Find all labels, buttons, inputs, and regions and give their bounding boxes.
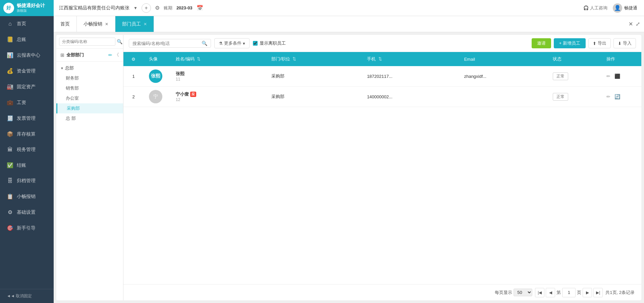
dept-item-office[interactable]: 办公室	[56, 93, 123, 103]
sidebar-item-asset[interactable]: 🏭 固定资产	[0, 79, 54, 95]
unpin-btn[interactable]: ◄◄ 取消固定	[0, 289, 54, 303]
logo-text-group: 畅捷通好会计 旗舰版	[17, 3, 45, 13]
settings-icon[interactable]: ⚙	[155, 5, 160, 11]
sidebar-item-report[interactable]: 📊 云报表中心	[0, 47, 54, 63]
dept-collapse-icon[interactable]: 《	[114, 52, 119, 58]
tab-actions: ✕ ⤢	[629, 16, 644, 32]
col-settings[interactable]: ⚙	[123, 52, 144, 66]
per-page-dropdown[interactable]: 10 20 50 100	[514, 289, 532, 296]
top-right: 🎧 人工咨询 👤 畅捷通	[583, 3, 644, 13]
row2-avatar-cell: 宁	[144, 87, 170, 107]
table-row: 1 张熙 张熙 11 采购部	[123, 66, 641, 87]
sidebar-item-inventory[interactable]: 📦 库存核算	[0, 126, 54, 142]
import-btn[interactable]: ⬇ 导入	[613, 38, 636, 48]
edit-icon[interactable]: ✏	[606, 94, 610, 99]
status-badge: 正常	[553, 93, 568, 101]
sidebar-item-archive[interactable]: 🗄 归档管理	[0, 173, 54, 189]
service-btn[interactable]: 🎧 人工咨询	[583, 5, 607, 11]
export-icon: ⬆	[593, 41, 596, 46]
tab-employee-close[interactable]: ✕	[144, 22, 147, 27]
dept-search-input[interactable]	[59, 38, 115, 46]
col-avatar: 头像	[144, 52, 170, 66]
settle-icon: ✅	[7, 162, 13, 168]
page-input[interactable]	[562, 288, 576, 297]
search-input[interactable]	[132, 41, 200, 46]
sidebar-item-guide[interactable]: 🎯 新手引导	[0, 220, 54, 236]
table-toolbar: 🔍 ⚗ 更多条件 ▾ 显示离职员工 邀请 + 新增员工	[123, 35, 641, 52]
sidebar-item-invoice[interactable]: 🧾 发票管理	[0, 110, 54, 126]
sidebar-item-fund[interactable]: 💰 资金管理	[0, 63, 54, 79]
tab-expense[interactable]: 小畅报销 ✕	[77, 16, 115, 32]
dept-search-icon[interactable]: 🔍	[117, 39, 122, 44]
next-page-btn[interactable]: ▶	[583, 288, 592, 297]
edit-icon[interactable]: ✏	[606, 73, 610, 79]
sidebar-item-home[interactable]: ⌂ 首页	[0, 16, 54, 32]
dept-item-purchase[interactable]: 采购部	[56, 103, 123, 113]
dept-edit-icon[interactable]: ✏	[108, 52, 112, 58]
search-icon[interactable]: 🔍	[202, 41, 207, 46]
prev-page-btn[interactable]: ◀	[546, 288, 555, 297]
dept-item-hq-label: 总 部	[66, 116, 76, 121]
tab-employee-label: 部门员工	[122, 21, 141, 27]
row1-actions: ✏ ⬛	[601, 66, 641, 87]
period-value: 2023-03	[176, 5, 193, 10]
sidebar-item-tax[interactable]: 🏛 税务管理	[0, 142, 54, 157]
show-resigned-label[interactable]: 显示离职员工	[253, 40, 286, 46]
add-employee-btn[interactable]: + 新增员工	[554, 38, 586, 48]
sidebar-item-settings[interactable]: ⚙ 基础设置	[0, 204, 54, 220]
row1-avatar-cell: 张熙	[144, 66, 170, 87]
sidebar: ⌂ 首页 📒 总账 📊 云报表中心 💰 资金管理 🏭 固定资产 💼 工资 🧾 发…	[0, 16, 54, 303]
export-btn[interactable]: ⬆ 导出	[588, 38, 611, 48]
inventory-icon: 📦	[7, 131, 13, 137]
sidebar-item-expense[interactable]: 📋 小畅报销	[0, 189, 54, 204]
logo-text: 畅捷通好会计	[17, 3, 45, 8]
sidebar-item-settle[interactable]: ✅ 结账	[0, 157, 54, 173]
sidebar-label-inventory: 库存核算	[17, 131, 36, 137]
sidebar-label-asset: 固定资产	[17, 84, 36, 90]
report-icon: 📊	[7, 52, 13, 58]
sidebar-label-expense: 小畅报销	[17, 194, 36, 200]
fund-icon: 💰	[7, 68, 13, 74]
delete-icon[interactable]: 🔄	[614, 94, 620, 99]
dept-search-area: 🔍	[56, 35, 123, 49]
dept-item-sales[interactable]: 销售部	[56, 83, 123, 93]
tab-close-window-btn[interactable]: ✕	[629, 21, 633, 27]
ledger-icon: 📒	[7, 36, 13, 43]
tab-home[interactable]: 首页	[54, 16, 77, 32]
row1-dept: 采购部	[266, 66, 362, 87]
sidebar-item-ledger[interactable]: 📒 总账	[0, 32, 54, 47]
asset-icon: 🏭	[7, 84, 13, 90]
filter-btn[interactable]: ⚗ 更多条件 ▾	[214, 38, 250, 48]
tab-employee[interactable]: 部门员工 ✕	[115, 16, 154, 32]
avatar: 👤	[613, 3, 622, 13]
top-center: 江西服宝精品有限责任公司内账张 ▼ + ⚙ 账期 2023-03 📅	[54, 3, 583, 13]
calendar-icon[interactable]: 📅	[197, 5, 203, 11]
logout-icon[interactable]: ⬛	[614, 73, 620, 79]
logo-area: 好 畅捷通好会计 旗舰版	[0, 0, 54, 16]
row2-status: 正常	[547, 87, 601, 107]
filter-label: 更多条件	[224, 40, 241, 46]
add-company-btn[interactable]: +	[142, 3, 151, 13]
row1-name-code: 张熙 11	[170, 66, 266, 87]
user-name: 畅捷通	[624, 5, 637, 11]
last-page-btn[interactable]: ▶|	[593, 288, 603, 297]
sidebar-label-settle: 结账	[17, 162, 26, 168]
user-area[interactable]: 👤 畅捷通	[613, 3, 637, 13]
tab-expand-btn[interactable]: ⤢	[636, 21, 640, 27]
col-dept[interactable]: 部门/职位 ⇅	[266, 52, 362, 66]
col-name-code[interactable]: 姓名/编码 ⇅	[170, 52, 266, 66]
sidebar-item-salary[interactable]: 💼 工资	[0, 95, 54, 110]
col-phone[interactable]: 手机 ⇅	[362, 52, 459, 66]
dept-group-hq[interactable]: ▼ 总部	[56, 63, 123, 73]
company-dropdown-btn[interactable]: ▼	[133, 6, 138, 10]
dept-item-finance[interactable]: 财务部	[56, 73, 123, 83]
show-resigned-checkbox[interactable]	[253, 41, 258, 46]
sidebar-label-salary: 工资	[17, 100, 26, 106]
invite-btn[interactable]: 邀请	[532, 38, 551, 48]
sidebar-label-tax: 税务管理	[17, 147, 36, 153]
tab-bar: 首页 小畅报销 ✕ 部门员工 ✕ ✕ ⤢	[54, 16, 644, 32]
tab-expense-close[interactable]: ✕	[105, 22, 108, 27]
first-page-btn[interactable]: |◀	[535, 288, 544, 297]
sidebar-label-archive: 归档管理	[17, 178, 36, 184]
dept-item-hq[interactable]: 总 部	[56, 113, 123, 123]
